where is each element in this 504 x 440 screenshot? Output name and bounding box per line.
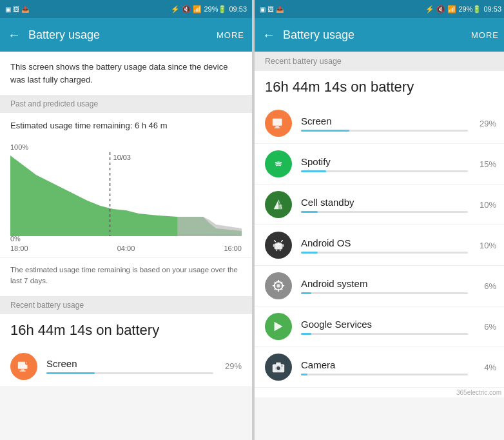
android-sys-info: Android system	[301, 278, 468, 294]
section-recent-header-right: Recent battery usage	[255, 52, 504, 71]
svg-line-20	[275, 241, 276, 242]
watermark: 365electric.com	[255, 388, 504, 397]
right-mute-icon: 🔇	[436, 5, 445, 14]
mute-icon: 🔇	[182, 5, 191, 14]
android-os-name: Android OS	[301, 237, 468, 248]
battery-chart: 10/03	[10, 152, 242, 236]
svg-marker-13	[274, 200, 278, 210]
spotify-name: Spotify	[301, 156, 468, 167]
cell-svg-icon	[271, 197, 286, 212]
android-sys-bar	[301, 292, 311, 294]
svg-point-31	[277, 367, 280, 370]
android-sys-svg	[271, 279, 286, 293]
camera-pct: 4%	[476, 363, 496, 372]
google-icon	[265, 313, 292, 340]
chart-svg: 10/03	[10, 152, 242, 236]
google-bar	[301, 333, 311, 335]
screen-name-right: Screen	[301, 115, 468, 126]
camera-bar-bg	[301, 374, 468, 375]
time-label-3: 04:00	[117, 245, 135, 252]
svg-rect-10	[275, 126, 279, 128]
cell-pct: 10%	[476, 200, 496, 210]
more-button[interactable]: MORE	[217, 30, 244, 40]
usage-item-android-sys[interactable]: Android system 6%	[255, 266, 504, 306]
screen-name: Screen	[46, 358, 213, 369]
android-svg-icon	[271, 238, 286, 252]
usage-item-screen[interactable]: Screen 29%	[255, 103, 504, 144]
right-bluetooth-icon: ⚡	[425, 5, 434, 14]
spotify-icon	[265, 150, 292, 177]
screen-icon-right	[265, 110, 292, 137]
usage-item-camera[interactable]: Camera 4%	[255, 347, 504, 388]
spotify-svg-icon	[271, 157, 286, 171]
camera-name: Camera	[301, 359, 468, 370]
battery-indicator: 29%🔋	[204, 5, 227, 14]
svg-rect-25	[280, 249, 281, 251]
right-status-right: ⚡ 🔇 📶 29%🔋 09:53	[425, 5, 501, 14]
svg-point-27	[276, 284, 280, 288]
screen-bar-bg	[46, 372, 213, 374]
battery-time-right: 16h 44m 14s on battery	[255, 71, 504, 103]
svg-marker-1	[177, 217, 242, 236]
android-os-bar-bg	[301, 252, 468, 254]
svg-rect-32	[276, 363, 280, 365]
right-content: Recent battery usage 16h 44m 14s on batt…	[255, 52, 504, 440]
chart-time-labels: 18:00 04:00 16:00	[10, 245, 242, 252]
screen-icon: !	[10, 353, 37, 380]
android-sys-name: Android system	[301, 278, 468, 289]
android-sys-icon	[265, 272, 292, 299]
bluetooth-icon: ⚡	[171, 5, 180, 14]
screen-bar-bg-right	[301, 130, 468, 132]
cell-bar-bg	[301, 211, 468, 213]
svg-rect-11	[275, 127, 280, 128]
screen-pct-right: 29%	[476, 119, 496, 128]
google-pct: 6%	[476, 322, 496, 332]
signal-icon: 📶	[193, 5, 202, 14]
left-top-bar: ← Battery usage MORE	[0, 18, 252, 52]
screen-svg-right	[271, 116, 286, 130]
left-panel: ▣ 🖼 📤 ⚡ 🔇 📶 29%🔋 09:53 ← Battery usage M…	[0, 0, 252, 440]
spotify-bar-bg	[301, 170, 468, 172]
usage-item-screen-left[interactable]: ! Screen 29%	[0, 346, 252, 387]
usage-item-spotify[interactable]: Spotify 15%	[255, 144, 504, 185]
right-back-button[interactable]: ←	[262, 28, 275, 43]
right-more-button[interactable]: MORE	[471, 30, 499, 40]
right-page-title: Battery usage	[283, 28, 471, 42]
svg-marker-28	[275, 322, 283, 332]
notification-icons: ▣ 🖼 📤	[5, 6, 29, 13]
cell-icon	[265, 191, 292, 218]
spotify-pct: 15%	[476, 159, 496, 169]
google-name: Google Services	[301, 319, 468, 330]
svg-rect-9	[273, 119, 282, 126]
status-right-icons: ⚡ 🔇 📶 29%🔋 09:53	[171, 5, 247, 14]
screen-bar-right	[301, 130, 349, 132]
battery-time-left: 16h 44m 14s on battery	[0, 314, 252, 346]
camera-icon	[265, 354, 292, 381]
right-panel: ▣ 🖼 📤 ⚡ 🔇 📶 29%🔋 09:53 ← Battery usage M…	[255, 0, 504, 440]
left-content: This screen shows the battery usage data…	[0, 52, 252, 440]
usage-item-google[interactable]: Google Services 6%	[255, 306, 504, 347]
back-button[interactable]: ←	[8, 28, 21, 43]
svg-rect-24	[276, 249, 277, 251]
estimated-usage-row: Estimated usage time remaining: 6 h 46 m	[0, 113, 252, 138]
cell-bar	[301, 211, 318, 213]
google-svg-icon	[271, 319, 286, 334]
svg-rect-6	[20, 370, 26, 371]
page-title: Battery usage	[28, 28, 217, 42]
cell-info: Cell standby	[301, 197, 468, 213]
camera-info: Camera	[301, 359, 468, 375]
chart-top-label: 100%	[10, 143, 242, 151]
camera-svg-icon	[271, 360, 286, 374]
spotify-info: Spotify	[301, 156, 468, 172]
section-recent-header-left: Recent battery usage	[0, 296, 252, 314]
time-display: 09:53	[229, 5, 247, 13]
google-bar-bg	[301, 333, 468, 335]
cell-name: Cell standby	[301, 197, 468, 208]
usage-item-cell[interactable]: Cell standby 10%	[255, 185, 504, 225]
footnote-text: The estimated usage time remaining is ba…	[0, 257, 252, 296]
svg-point-18	[276, 242, 278, 243]
svg-point-33	[282, 365, 283, 366]
status-left-icons: ▣ 🖼 📤	[5, 6, 29, 13]
usage-item-android-os[interactable]: Android OS 10%	[255, 225, 504, 266]
right-top-bar: ← Battery usage MORE	[255, 18, 504, 52]
